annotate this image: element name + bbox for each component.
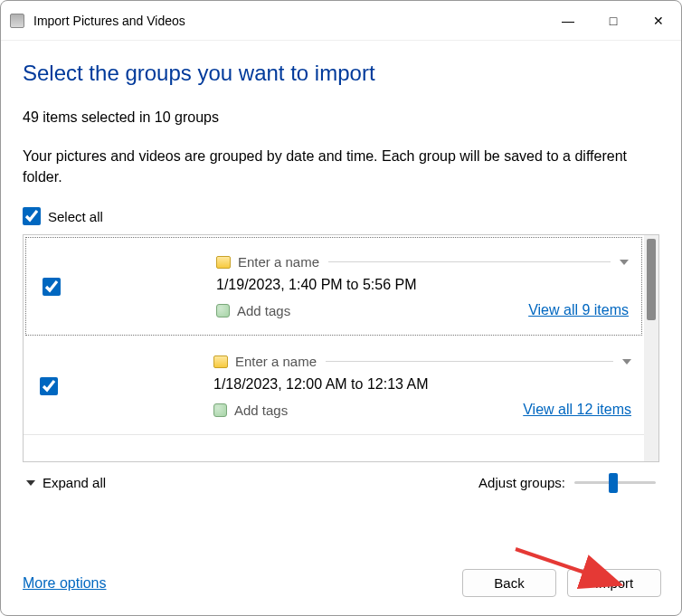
group-name-input[interactable]: Enter a name — [238, 254, 319, 270]
folder-icon — [216, 256, 231, 269]
back-button[interactable]: Back — [462, 569, 556, 597]
import-button[interactable]: Import — [567, 569, 661, 597]
groups-scroll[interactable]: Enter a name 1/19/2023, 1:40 PM to 5:56 … — [24, 235, 644, 461]
folder-icon — [213, 355, 228, 368]
select-all-row: Select all — [23, 207, 659, 225]
window-controls: — □ ✕ — [545, 1, 681, 41]
group-date-range: 1/18/2023, 12:00 AM to 12:13 AM — [213, 376, 631, 393]
adjust-groups-slider[interactable] — [574, 481, 656, 484]
scrollbar-thumb[interactable] — [647, 239, 656, 320]
description-text: Your pictures and videos are grouped by … — [23, 146, 659, 187]
group-item[interactable]: Enter a name 1/18/2023, 12:00 AM to 12:1… — [24, 337, 644, 435]
selection-summary: 49 items selected in 10 groups — [23, 109, 659, 126]
tag-icon — [216, 304, 230, 317]
chevron-down-icon[interactable] — [620, 260, 629, 265]
footer: More options Back Import — [1, 554, 681, 615]
chevron-down-icon — [26, 480, 35, 486]
content-area: Select the groups you want to import 49 … — [1, 41, 681, 554]
close-button[interactable]: ✕ — [636, 1, 681, 41]
divider — [326, 361, 613, 362]
adjust-groups-label: Adjust groups: — [478, 475, 565, 490]
more-options-link[interactable]: More options — [23, 575, 107, 592]
window-title: Import Pictures and Videos — [33, 14, 185, 28]
chevron-down-icon[interactable] — [622, 359, 631, 365]
expand-all-link[interactable]: Expand all — [43, 475, 106, 490]
maximize-button[interactable]: □ — [591, 1, 636, 41]
page-title: Select the groups you want to import — [23, 61, 659, 86]
group-checkbox[interactable] — [40, 377, 58, 395]
add-tags-link[interactable]: Add tags — [234, 403, 288, 418]
minimize-button[interactable]: — — [545, 1, 591, 41]
view-all-link[interactable]: View all 12 items — [523, 402, 631, 418]
titlebar: Import Pictures and Videos — □ ✕ — [1, 1, 681, 41]
expand-controls-row: Expand all Adjust groups: — [23, 462, 659, 496]
group-item[interactable]: Enter a name 1/19/2023, 1:40 PM to 5:56 … — [25, 237, 642, 336]
app-icon — [10, 14, 24, 28]
scrollbar[interactable] — [644, 235, 658, 461]
group-date-range: 1/19/2023, 1:40 PM to 5:56 PM — [216, 277, 629, 293]
select-all-checkbox[interactable] — [23, 207, 41, 225]
group-checkbox[interactable] — [43, 278, 61, 296]
add-tags-link[interactable]: Add tags — [237, 303, 290, 318]
groups-list: Enter a name 1/19/2023, 1:40 PM to 5:56 … — [23, 234, 659, 462]
select-all-label: Select all — [48, 209, 103, 224]
view-all-link[interactable]: View all 9 items — [528, 302, 629, 318]
divider — [328, 261, 611, 262]
group-name-input[interactable]: Enter a name — [235, 354, 317, 369]
tag-icon — [213, 403, 227, 417]
slider-thumb[interactable] — [609, 473, 618, 493]
